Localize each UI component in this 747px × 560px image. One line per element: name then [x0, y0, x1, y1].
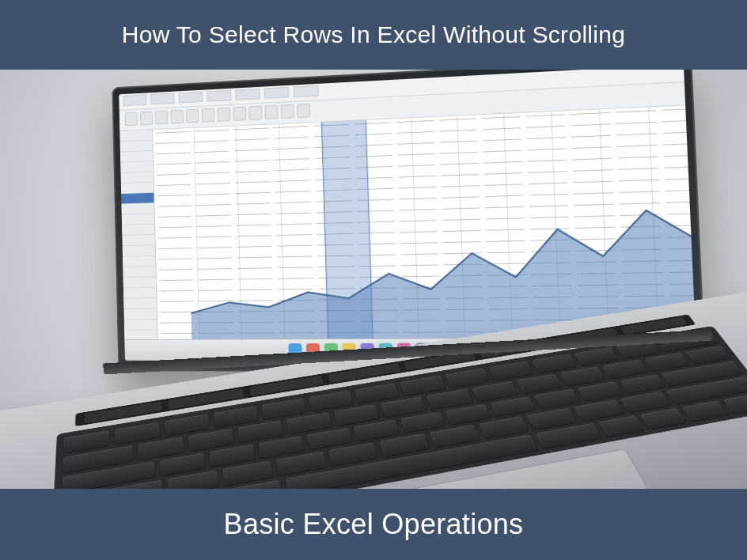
- laptop-illustration: [32, 32, 728, 538]
- selected-column: [321, 120, 374, 339]
- header-title: How To Select Rows In Excel Without Scro…: [122, 21, 626, 48]
- footer-title: Basic Excel Operations: [224, 508, 524, 541]
- spreadsheet: [119, 105, 696, 339]
- footer-bar: Basic Excel Operations: [0, 489, 747, 560]
- header-bar: How To Select Rows In Excel Without Scro…: [0, 0, 747, 70]
